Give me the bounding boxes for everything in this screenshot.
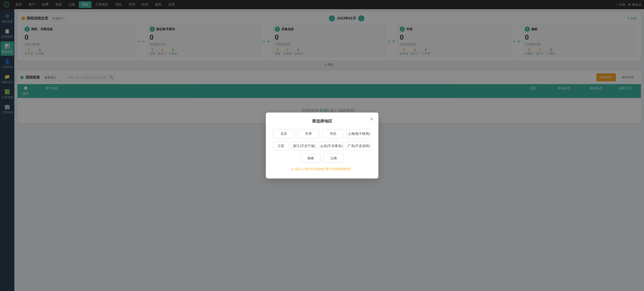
region-shanghai[interactable]: 上海(电子税局) <box>346 129 371 138</box>
region-jiangsu[interactable]: 江苏 <box>273 141 289 151</box>
warning-text: 除以上地区外其他地区暂不支持报税检查！ <box>295 167 353 171</box>
region-tianjin[interactable]: 天津 <box>297 129 319 138</box>
warn-icon: ⚠ <box>291 167 294 171</box>
region-row-1: 北京 天津 河北 上海(电子税局) <box>273 129 371 138</box>
dialog-warning: ⚠ 除以上地区外其他地区暂不支持报税检查！ <box>273 167 371 171</box>
region-yunnan[interactable]: 云南 <box>323 154 344 163</box>
region-hainan[interactable]: 海南 <box>300 154 321 163</box>
region-beijing[interactable]: 北京 <box>273 129 295 138</box>
region-row-2: 江苏 浙江(不含宁波) 山东(不含青岛) 广东(不含深圳) <box>273 141 371 151</box>
dialog-close-button[interactable]: ✕ <box>369 116 375 122</box>
region-select-overlay: ✕ 请选择地区 北京 天津 河北 上海(电子税局) 江苏 浙江(不含宁波) 山东… <box>0 0 644 291</box>
region-guangdong[interactable]: 广东(不含深圳) <box>346 141 371 151</box>
region-row-3: 海南 云南 <box>273 154 371 163</box>
region-select-dialog: ✕ 请选择地区 北京 天津 河北 上海(电子税局) 江苏 浙江(不含宁波) 山东… <box>266 113 378 178</box>
region-hebei[interactable]: 河北 <box>322 129 344 138</box>
region-shandong[interactable]: 山东(不含青岛) <box>319 141 344 151</box>
region-zhejiang[interactable]: 浙江(不含宁波) <box>292 141 316 151</box>
dialog-title: 请选择地区 <box>273 119 371 124</box>
